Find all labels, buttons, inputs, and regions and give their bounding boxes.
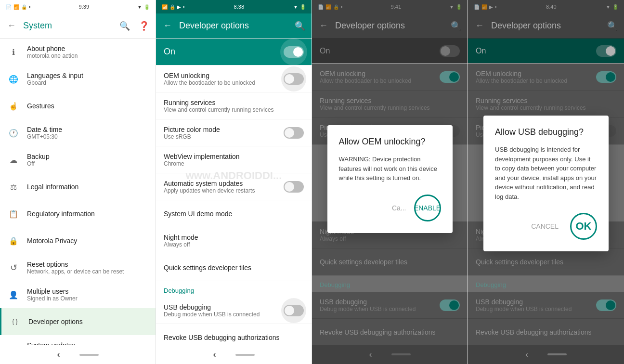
on-toggle-container (284, 46, 304, 58)
nav-home-left[interactable] (79, 354, 99, 356)
topbar-left: ← System 🔍 ❓ (0, 13, 156, 39)
dev-item-webview[interactable]: WebView implementation Chrome (156, 146, 312, 173)
oem-title: OEM unlocking (164, 72, 284, 79)
lock-icon-mid: 🔒 (169, 4, 175, 10)
usb-cancel-button[interactable]: Cancel (527, 221, 562, 232)
sidebar-list: ℹ About phone motorola one action 🌐 Lang… (0, 39, 156, 345)
running-subtitle: View and control currently running servi… (164, 106, 304, 113)
dev-item-picture-color[interactable]: Picture color mode Use sRGB (156, 119, 312, 146)
usb-dialog-body: USB debugging is intended for developmen… (495, 145, 597, 201)
oem-dialog-title: Allow OEM unlocking? (339, 137, 441, 147)
back-button-left[interactable]: ← (4, 18, 19, 34)
oem-toggle[interactable] (284, 73, 304, 85)
datetime-title: Date & time (27, 126, 62, 133)
time-left: 9:39 (79, 4, 89, 10)
topbar-title-left: System (23, 21, 113, 31)
status-bar-left: 📄 📶 🔒 • 9:39 ▼ 🔋 (0, 0, 156, 13)
running-title: Running services (164, 99, 304, 106)
users-icon: 👤 (8, 289, 19, 300)
autoupdate-title: Automatic system updates (164, 180, 284, 187)
oem-enable-button[interactable]: Enable (410, 202, 444, 214)
sidebar-item-backup[interactable]: ☁ Backup Off (0, 146, 156, 173)
time-mid: 8:38 (234, 4, 244, 10)
nav-home-mid[interactable] (235, 354, 255, 356)
sidebar-item-developer[interactable]: { } Developer options (0, 308, 156, 335)
dev-item-night-mode[interactable]: Night mode Always off (156, 227, 312, 254)
sidebar-item-reset[interactable]: ↺ Reset options Network, apps, or device… (0, 254, 156, 281)
status-icons-left: 📄 📶 🔒 • (6, 4, 31, 10)
regulatory-icon: 📋 (8, 208, 19, 220)
sidebar-item-motorola-privacy[interactable]: 🔒 Motorola Privacy (0, 227, 156, 254)
dev-item-quick-settings[interactable]: Quick settings developer tiles (156, 254, 312, 281)
nav-back-left[interactable]: ‹ (57, 350, 60, 360)
usb-toggle-thumb (285, 306, 294, 315)
usb-toggle[interactable] (284, 305, 304, 316)
enable-circle: Enable (414, 195, 441, 221)
languages-icon: 🌐 (8, 73, 19, 85)
status-icons-mid: 📶 🔒 ▶ • (162, 4, 185, 10)
nav-bar-left: ‹ (0, 345, 156, 364)
oem-subtitle: Allow the bootloader to be unlocked (164, 79, 284, 86)
night-title: Night mode (164, 234, 304, 241)
dev-item-revoke-usb[interactable]: Revoke USB debugging authorizations (156, 324, 312, 345)
on-label: On (164, 47, 284, 57)
status-bar-mid: 📶 🔒 ▶ • 8:38 ▼ 🔋 (156, 0, 312, 13)
sidebar-item-system-updates[interactable]: 📱 System updates Updated to Android 9 (0, 335, 156, 345)
oem-dialog-overlay: Allow OEM unlocking? WARNING: Device pro… (312, 0, 468, 364)
dev-item-usb-debugging[interactable]: USB debugging Debug mode when USB is con… (156, 297, 312, 324)
dot-icon: • (29, 4, 31, 10)
search-button-left[interactable]: 🔍 (117, 18, 132, 34)
dev-item-ui-demo[interactable]: System UI demo mode (156, 200, 312, 227)
sidebar-item-languages[interactable]: 🌐 Languages & input Gboard (0, 65, 156, 92)
back-button-mid[interactable]: ← (160, 18, 175, 34)
autoupdate-toggle[interactable] (284, 181, 304, 193)
dot-mid: • (183, 4, 185, 10)
oem-dialog: Allow OEM unlocking? WARNING: Device pro… (327, 125, 453, 233)
dev-item-running-services[interactable]: Running services View and control curren… (156, 92, 312, 119)
privacy-title: Motorola Privacy (27, 237, 77, 245)
backup-icon: ☁ (8, 154, 19, 166)
nav-back-mid[interactable]: ‹ (213, 350, 216, 360)
users-title: Multiple users (27, 287, 78, 295)
regulatory-title: Regulatory information (27, 210, 95, 218)
datetime-subtitle: GMT+05:30 (27, 133, 62, 140)
oem-dialog-buttons: Ca... Enable (339, 195, 441, 221)
usb-toggle-container (284, 305, 304, 316)
legal-title: Legal information (27, 183, 78, 191)
autoupdate-toggle-thumb (285, 182, 294, 192)
backup-subtitle: Off (27, 160, 50, 167)
sidebar-item-date-time[interactable]: 🕐 Date & time GMT+05:30 (0, 119, 156, 146)
picture-toggle[interactable] (284, 127, 304, 139)
sidebar-item-legal[interactable]: ⚖ Legal information (0, 173, 156, 200)
dev-item-oem-unlocking[interactable]: OEM unlocking Allow the bootloader to be… (156, 65, 312, 92)
topbar-title-mid: Developer options (179, 21, 288, 31)
usb-dialog-buttons: Cancel OK (495, 213, 597, 240)
sidebar-item-gestures[interactable]: ☝ Gestures (0, 92, 156, 119)
right-icons-left: ▼ 🔋 (137, 4, 150, 10)
wifi-icon-mid: ▼ (293, 4, 298, 10)
sidebar-item-regulatory[interactable]: 📋 Regulatory information (0, 200, 156, 227)
search-button-mid[interactable]: 🔍 (292, 18, 308, 34)
developer-title: Developer options (28, 318, 83, 325)
reset-icon: ↺ (8, 262, 19, 273)
about-title: About phone (27, 45, 78, 52)
topbar-mid: ← Developer options 🔍 (156, 13, 312, 39)
usb-dialog: Allow USB debugging? USB debugging is in… (483, 116, 609, 251)
sidebar-item-about-phone[interactable]: ℹ About phone motorola one action (0, 39, 156, 65)
sidebar-item-multiple-users[interactable]: 👤 Multiple users Signed in as Owner (0, 281, 156, 308)
right-icons-mid: ▼ 🔋 (293, 4, 306, 10)
panel-developer-options: 📶 🔒 ▶ • 8:38 ▼ 🔋 ← Developer options 🔍 O… (156, 0, 312, 364)
usb-ok-button[interactable]: OK (572, 218, 596, 234)
help-button-left[interactable]: ❓ (136, 18, 152, 34)
dev-item-auto-updates[interactable]: Automatic system updates Apply updates w… (156, 173, 312, 200)
updates-title: System updates (27, 341, 81, 345)
oem-cancel-button[interactable]: Ca... (392, 204, 406, 212)
webview-title: WebView implementation (164, 153, 304, 160)
usbdebug-title: USB debugging (164, 303, 284, 311)
dev-options-list: OEM unlocking Allow the bootloader to be… (156, 65, 312, 345)
privacy-icon: 🔒 (8, 235, 19, 247)
developer-on-toggle[interactable]: On (156, 39, 312, 65)
gestures-title: Gestures (27, 102, 54, 110)
languages-title: Languages & input (27, 72, 83, 79)
on-toggle[interactable] (284, 46, 304, 58)
